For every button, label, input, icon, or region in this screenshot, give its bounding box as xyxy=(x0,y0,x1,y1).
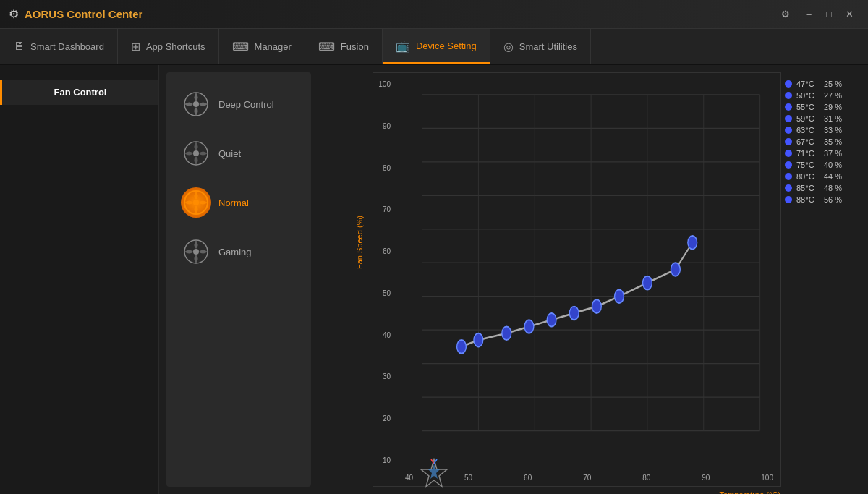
y-axis-tick: 20 xyxy=(376,414,391,422)
tab-label-fusion: Fusion xyxy=(341,41,369,52)
legend-dot xyxy=(785,92,792,99)
legend-temp: 67°C xyxy=(796,137,820,146)
legend-dot xyxy=(785,150,792,157)
x-axis-tick: 40 xyxy=(405,474,413,482)
legend-pct: 27 % xyxy=(824,91,842,100)
tab-label-device-setting: Device Setting xyxy=(416,41,477,51)
fan-mode-quiet[interactable]: Quiet xyxy=(174,132,304,174)
main-content: Fan Control Deep Control Quiet Normal Ga… xyxy=(0,65,868,494)
fan-mode-label-quiet: Quiet xyxy=(218,148,241,159)
legend-pct: 40 % xyxy=(824,161,842,169)
svg-point-26 xyxy=(457,340,467,354)
x-axis-tick: 50 xyxy=(464,474,472,482)
svg-point-36 xyxy=(688,236,697,250)
legend-temp: 50°C xyxy=(796,91,820,100)
legend-item: 71°C 37 % xyxy=(785,149,857,158)
fan-mode-icon-deep-control xyxy=(181,89,211,119)
legend-pct: 29 % xyxy=(824,103,842,111)
legend-pct: 25 % xyxy=(824,80,842,88)
legend-temp: 88°C xyxy=(796,195,820,204)
svg-point-7 xyxy=(193,249,199,255)
y-axis-tick: 40 xyxy=(376,331,391,339)
legend-dot xyxy=(785,115,792,122)
fan-chart[interactable]: 100908070605040302010 405060708090100 Te… xyxy=(373,72,781,487)
y-axis-tick: 50 xyxy=(376,289,391,297)
tab-label-app-shortcuts: App Shortcuts xyxy=(146,41,205,52)
tab-manager[interactable]: ⌨Manager xyxy=(219,29,305,64)
svg-point-30 xyxy=(547,313,556,327)
fan-mode-gaming[interactable]: Gaming xyxy=(174,231,304,273)
legend-item: 59°C 31 % xyxy=(785,114,857,123)
y-axis-label: Fan Speed (%) xyxy=(355,216,364,269)
y-axis-tick: 30 xyxy=(376,372,391,380)
x-axis-tick: 80 xyxy=(642,474,650,482)
tab-label-smart-utilities: Smart Utilities xyxy=(519,41,577,52)
fan-mode-panel: Deep Control Quiet Normal Gaming xyxy=(166,72,311,487)
legend-pct: 31 % xyxy=(824,114,842,123)
y-axis-tick: 100 xyxy=(376,80,391,88)
svg-point-28 xyxy=(502,327,511,341)
chart-container: Fan Speed (%) 100908070605040302010 4050… xyxy=(329,72,861,487)
tab-label-smart-dashboard: Smart Dashboard xyxy=(30,41,104,52)
svg-point-32 xyxy=(592,299,601,313)
legend-dot xyxy=(785,103,792,111)
legend-item: 88°C 56 % xyxy=(785,195,857,204)
legend-temp: 71°C xyxy=(796,149,820,158)
svg-point-5 xyxy=(193,200,199,205)
legend-pct: 48 % xyxy=(824,184,842,192)
y-axis-tick: 60 xyxy=(376,247,391,255)
svg-point-35 xyxy=(671,263,680,276)
sidebar: Fan Control xyxy=(0,65,159,494)
settings-icon-button[interactable]: ⚙ xyxy=(775,4,796,25)
fan-mode-normal[interactable]: Normal xyxy=(174,182,304,223)
x-axis-tick: 60 xyxy=(524,474,532,482)
legend-temp: 55°C xyxy=(796,103,820,111)
tab-icon-smart-dashboard: 🖥 xyxy=(13,40,25,53)
legend-dot xyxy=(785,196,792,203)
svg-point-1 xyxy=(193,101,199,107)
legend-item: 50°C 27 % xyxy=(785,91,857,100)
x-axis-label: Temperature (°C) xyxy=(720,490,780,494)
maximize-button[interactable]: □ xyxy=(819,4,839,25)
y-axis-tick: 80 xyxy=(376,164,391,172)
tab-smart-dashboard[interactable]: 🖥Smart Dashboard xyxy=(0,29,118,64)
tab-fusion[interactable]: ⌨Fusion xyxy=(305,29,383,64)
legend-dot xyxy=(785,80,792,88)
tab-smart-utilities[interactable]: ◎Smart Utilities xyxy=(490,29,591,64)
y-axis-tick: 10 xyxy=(376,456,391,464)
y-axis-tick: 90 xyxy=(376,122,391,130)
svg-point-27 xyxy=(474,333,483,347)
legend-item: 80°C 44 % xyxy=(785,172,857,181)
svg-point-3 xyxy=(193,150,199,156)
legend-pct: 33 % xyxy=(824,126,842,135)
legend-item: 67°C 35 % xyxy=(785,137,857,146)
fan-mode-label-deep-control: Deep Control xyxy=(218,99,274,110)
tab-app-shortcuts[interactable]: ⊞App Shortcuts xyxy=(118,29,219,64)
tab-icon-smart-utilities: ◎ xyxy=(503,40,514,54)
x-axis-tick: 70 xyxy=(583,474,591,482)
legend-temp: 75°C xyxy=(796,161,820,169)
close-button[interactable]: ✕ xyxy=(839,4,859,25)
fan-mode-label-normal: Normal xyxy=(218,197,249,208)
legend-dot xyxy=(785,161,792,169)
fan-mode-deep-control[interactable]: Deep Control xyxy=(174,83,304,125)
svg-point-33 xyxy=(615,289,624,303)
legend-dot xyxy=(785,184,792,192)
legend-item: 63°C 33 % xyxy=(785,126,857,135)
legend-item: 85°C 48 % xyxy=(785,184,857,192)
tab-icon-fusion: ⌨ xyxy=(318,40,335,54)
app-icon: ⚙ xyxy=(9,7,19,21)
legend-item: 55°C 29 % xyxy=(785,103,857,111)
app-title: AORUS Control Center xyxy=(25,8,775,20)
tab-icon-manager: ⌨ xyxy=(232,40,249,54)
x-axis-tick: 90 xyxy=(702,474,710,482)
tab-device-setting[interactable]: 📺Device Setting xyxy=(383,29,490,64)
minimize-button[interactable]: – xyxy=(799,4,819,25)
fan-mode-icon-gaming xyxy=(181,237,211,267)
y-axis-tick: 70 xyxy=(376,205,391,213)
svg-point-31 xyxy=(569,307,579,320)
fan-mode-label-gaming: Gaming xyxy=(218,247,252,257)
tabbar: 🖥Smart Dashboard⊞App Shortcuts⌨Manager⌨F… xyxy=(0,29,868,65)
legend-item: 47°C 25 % xyxy=(785,80,857,88)
tab-icon-app-shortcuts: ⊞ xyxy=(131,40,140,54)
